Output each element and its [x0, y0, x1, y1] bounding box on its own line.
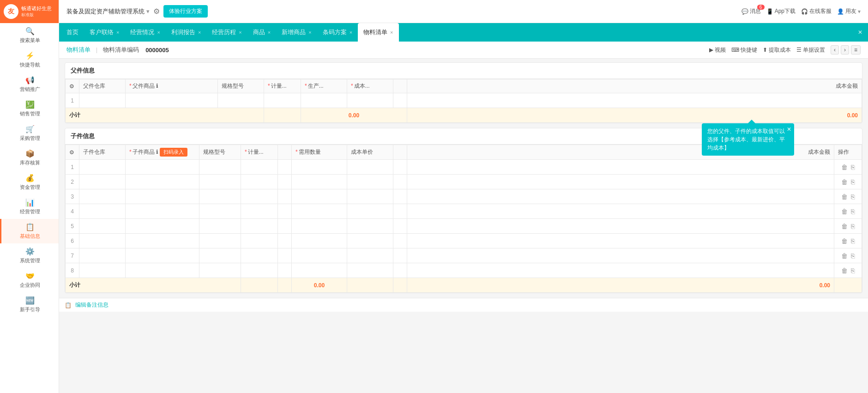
tab-bom[interactable]: 物料清单 × [358, 23, 398, 42]
tab-add-product[interactable]: 新增商品 × [276, 23, 317, 42]
sidebar-item-purchase[interactable]: 🛒 采购管理 [0, 121, 59, 145]
shortcut-btn[interactable]: ⌨ 快捷键 [731, 46, 757, 54]
quicknav-icon: ⚡ [25, 51, 35, 60]
table-row: 1 🗑 ⎘ [66, 160, 862, 175]
parent-unit-1[interactable] [264, 93, 301, 108]
nav-prev-btn[interactable]: ‹ [831, 45, 839, 54]
sidebar-item-inventory[interactable]: 📦 库存核算 [0, 145, 59, 170]
sidebar-item-finance[interactable]: 💰 资金管理 [0, 170, 59, 194]
footer-label[interactable]: 编辑备注信息 [75, 301, 108, 309]
copy-icon[interactable]: ⎘ [851, 252, 855, 260]
nav-menu-btn[interactable]: ≡ [851, 45, 861, 54]
system-icon: ⚙️ [25, 247, 35, 256]
sidebar-label-collab: 企业协同 [20, 282, 40, 289]
copy-icon[interactable]: ⎘ [851, 178, 855, 186]
sidebar-item-system[interactable]: ⚙️ 系统管理 [0, 243, 59, 268]
close-product-tab[interactable]: × [268, 30, 271, 35]
child-warehouse-2[interactable] [79, 175, 126, 189]
nav-next-btn[interactable]: › [841, 45, 849, 54]
child-spec-1[interactable] [199, 160, 241, 175]
user-menu[interactable]: 👤 用友 ▾ [837, 7, 861, 15]
tab-home[interactable]: 首页 [61, 23, 84, 42]
topbar: 装备及固定资产辅助管理系统 ▾ ⚙ 体验行业方案 💬 消息 6 📱 App下载 … [59, 0, 868, 23]
copy-icon[interactable]: ⎘ [851, 193, 855, 200]
child-price-1[interactable] [347, 160, 393, 175]
child-amount-1 [407, 160, 834, 175]
close-ops-tab[interactable]: × [157, 30, 160, 35]
child-row-5: 5 [66, 219, 79, 234]
parent-warehouse-1[interactable] [79, 93, 126, 108]
close-bom-tab[interactable]: × [390, 30, 393, 35]
close-customer-tab[interactable]: × [116, 30, 119, 35]
child-price-2[interactable] [347, 175, 393, 189]
video-btn[interactable]: ▶ 视频 [709, 46, 726, 54]
delete-icon[interactable]: 🗑 [841, 208, 848, 215]
sidebar-item-quicknav[interactable]: ⚡ 快捷导航 [0, 48, 59, 72]
copy-icon[interactable]: ⎘ [851, 237, 855, 245]
child-unit-2[interactable] [241, 175, 278, 189]
sidebar-item-operations[interactable]: 📊 经营管理 [0, 194, 59, 219]
copy-icon[interactable]: ⎘ [851, 208, 855, 215]
tab-product[interactable]: 商品 × [247, 23, 276, 42]
inventory-icon: 📦 [25, 149, 35, 158]
close-barcode-tab[interactable]: × [350, 30, 352, 35]
child-spec-2[interactable] [199, 175, 241, 189]
delete-icon[interactable]: 🗑 [841, 252, 848, 260]
parent-production-1[interactable] [301, 93, 347, 108]
child-row-1: 1 [66, 160, 79, 175]
delete-icon[interactable]: 🗑 [841, 237, 848, 245]
child-warehouse-1[interactable] [79, 160, 126, 175]
message-button[interactable]: 💬 消息 6 [741, 7, 761, 15]
tooltip-close[interactable]: ✕ [787, 125, 791, 133]
scan-button[interactable]: 扫码录入 [160, 148, 187, 157]
sidebar-item-guide[interactable]: 🆕 新手引导 [0, 292, 59, 317]
sidebar-item-collab[interactable]: 🤝 企业协同 [0, 268, 59, 292]
close-biz-tab[interactable]: × [239, 30, 241, 35]
child-subtotal-quantity: 0.00 [292, 278, 347, 293]
breadcrumb-bom[interactable]: 物料清单 [66, 46, 90, 54]
system-selector[interactable]: 装备及固定资产辅助管理系统 ▾ [66, 7, 150, 16]
marketing-icon: 📢 [25, 76, 35, 85]
copy-icon[interactable]: ⎘ [851, 163, 855, 171]
tab-barcode[interactable]: 条码方案 × [317, 23, 358, 42]
tooltip-arrow [748, 120, 755, 123]
child-quantity-1[interactable] [292, 160, 347, 175]
child-quantity-2[interactable] [292, 175, 347, 189]
close-profit-tab[interactable]: × [198, 30, 201, 35]
parent-cost-1[interactable] [347, 93, 393, 108]
tab-operations-status[interactable]: 经营情况 × [125, 23, 165, 42]
close-add-product-tab[interactable]: × [308, 30, 311, 35]
online-service-button[interactable]: 🎧 在线客服 [801, 7, 832, 15]
copy-icon[interactable]: ⎘ [851, 223, 855, 230]
copy-icon[interactable]: ⎘ [851, 267, 855, 274]
trial-button[interactable]: 体验行业方案 [163, 5, 208, 18]
sidebar-item-basic[interactable]: 📋 基础信息 [0, 219, 59, 243]
single-setting-btn[interactable]: ☰ 单据设置 [796, 46, 825, 54]
sidebar-item-search[interactable]: 🔍 搜索菜单 [0, 23, 59, 48]
parent-subtotal-amount: 0.00 [301, 108, 407, 123]
settings-icon[interactable]: ⚙ [153, 7, 160, 16]
tab-profit[interactable]: 利润报告 × [166, 23, 206, 42]
close-all-tabs[interactable]: ✕ [854, 29, 866, 36]
parent-spec-1[interactable] [218, 93, 264, 108]
shortcut-label: 快捷键 [741, 46, 757, 54]
parent-section-title: 父件信息 [65, 63, 862, 79]
delete-icon[interactable]: 🗑 [841, 163, 848, 171]
child-unit-1[interactable] [241, 160, 278, 175]
child-product-1[interactable] [126, 160, 199, 175]
extract-cost-btn[interactable]: ⬆ 提取成本 [763, 46, 791, 54]
child-subtotal-row: 小计 0.00 0.00 [66, 278, 862, 293]
delete-icon[interactable]: 🗑 [841, 223, 848, 230]
child-product-2[interactable] [126, 175, 199, 189]
delete-icon[interactable]: 🗑 [841, 267, 848, 274]
sidebar-item-sales[interactable]: 💹 销售管理 [0, 97, 59, 121]
delete-icon[interactable]: 🗑 [841, 178, 848, 186]
parent-product-1[interactable] [126, 93, 218, 108]
col-parent-product: *父件商品 ℹ [126, 79, 218, 93]
tab-biz-history[interactable]: 经营历程 × [206, 23, 247, 42]
delete-icon[interactable]: 🗑 [841, 193, 848, 200]
sidebar-item-marketing[interactable]: 📢 营销推广 [0, 72, 59, 97]
app-download-button[interactable]: 📱 App下载 [766, 7, 796, 15]
parent-subtotal-row: 小计 0.00 0.00 [66, 108, 862, 123]
tab-customer[interactable]: 客户联络 × [84, 23, 125, 42]
